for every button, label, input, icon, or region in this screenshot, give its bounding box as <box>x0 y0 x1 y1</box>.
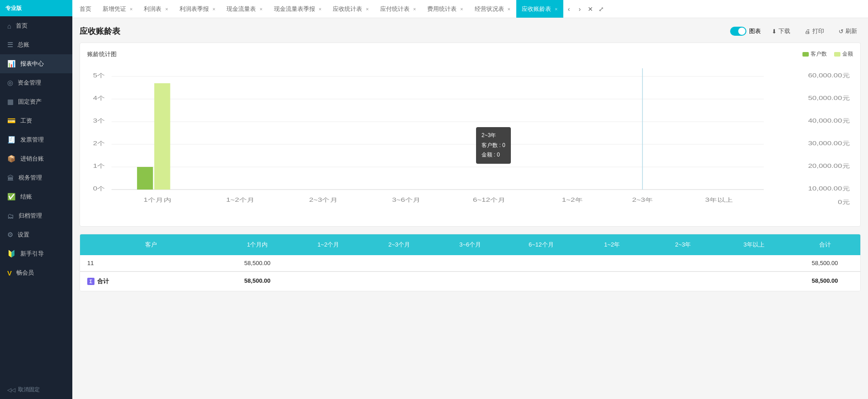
sidebar-item-reports[interactable]: 📊 报表中心 <box>0 54 72 73</box>
col-header-2-3y: 2~3年 <box>647 234 718 255</box>
sidebar-item-tax[interactable]: 🏛 税务管理 <box>0 168 72 187</box>
tab-ap-stats-label: 应付统计表 <box>380 5 410 13</box>
home-icon: ⌂ <box>7 22 11 30</box>
pin-icon: ◁◁ <box>7 387 15 393</box>
close-books-icon: ✅ <box>7 193 16 201</box>
tab-home[interactable]: 首页 <box>74 0 97 18</box>
tab-expand[interactable]: ⤢ <box>596 4 607 14</box>
print-icon: 🖨 <box>805 28 811 35</box>
tab-operations-close[interactable]: × <box>508 6 510 12</box>
sidebar-item-settings[interactable]: ⚙ 设置 <box>0 225 72 244</box>
download-label: 下载 <box>778 27 790 35</box>
footer-1m: 58,500.00 <box>222 272 293 291</box>
sidebar-item-vip[interactable]: V 畅会员 <box>0 263 72 282</box>
cell-2-3m-0 <box>364 255 435 271</box>
sidebar-item-invoice[interactable]: 🧾 发票管理 <box>0 130 72 149</box>
footer-label-text: 合计 <box>97 277 109 285</box>
tab-close-all[interactable]: ✕ <box>585 4 596 14</box>
tab-ap-stats[interactable]: 应付统计表 × <box>375 0 422 18</box>
footer-total: 58,500.00 <box>789 272 860 291</box>
toggle-track[interactable] <box>730 27 746 36</box>
sidebar-label-assets: 固定资产 <box>18 98 42 106</box>
stock-icon: 📦 <box>7 155 16 163</box>
tab-ar-stats[interactable]: 应收统计表 × <box>327 0 374 18</box>
tab-profit-label: 利润表 <box>144 5 161 13</box>
svg-text:1~2年: 1~2年 <box>562 197 583 203</box>
svg-text:40,000.00元: 40,000.00元 <box>808 118 850 124</box>
footer-2-3m <box>364 272 435 291</box>
sidebar-item-guide[interactable]: 🔰 新手引导 <box>0 244 72 263</box>
col-header-6-12m: 6~12个月 <box>505 234 576 255</box>
reports-icon: 📊 <box>7 60 16 68</box>
sidebar-item-ledger[interactable]: ☰ 总账 <box>0 35 72 54</box>
sidebar-label-close: 结账 <box>20 193 32 201</box>
svg-text:3~6个月: 3~6个月 <box>392 197 420 203</box>
cell-1-2y-0 <box>576 255 647 271</box>
ledger-icon: ☰ <box>7 41 13 49</box>
tab-ap-stats-close[interactable]: × <box>413 6 416 12</box>
sidebar-item-salary[interactable]: 💳 工资 <box>0 111 72 130</box>
tab-profit-quarter-label: 利润表季报 <box>179 5 209 13</box>
tab-operations[interactable]: 经营状况表 × <box>469 0 516 18</box>
svg-text:60,000.00元: 60,000.00元 <box>808 72 850 78</box>
col-header-2-3m: 2~3个月 <box>364 234 435 255</box>
chart-legend: 客户数 金额 <box>802 50 853 58</box>
svg-text:20,000.00元: 20,000.00元 <box>808 163 850 169</box>
page-actions: 图表 ⬇ 下载 🖨 打印 ↺ 刷新 <box>730 25 861 37</box>
col-header-total: 合计 <box>789 234 860 255</box>
sidebar-item-assets[interactable]: ▦ 固定资产 <box>0 92 72 111</box>
tab-profit-close[interactable]: × <box>165 6 168 12</box>
assets-icon: ▦ <box>7 98 14 106</box>
tab-profit-quarter[interactable]: 利润表季报 × <box>174 0 221 18</box>
tab-expense-stats-close[interactable]: × <box>460 6 463 12</box>
footer-1-2y <box>576 272 647 291</box>
svg-text:1~2个月: 1~2个月 <box>226 197 255 203</box>
tab-nav-prev[interactable]: ‹ <box>563 4 574 14</box>
refresh-button[interactable]: ↺ 刷新 <box>835 25 861 37</box>
col-header-customer: 客户 <box>80 234 222 255</box>
tab-cashflow[interactable]: 现金流量表 × <box>221 0 268 18</box>
sidebar-label-settings: 设置 <box>18 231 29 239</box>
tab-profit-quarter-close[interactable]: × <box>212 6 215 12</box>
sidebar-item-home[interactable]: ⌂ 首页 <box>0 16 72 35</box>
col-header-3-6m: 3~6个月 <box>435 234 506 255</box>
tab-operations-label: 经营状况表 <box>475 5 504 13</box>
chart-toggle[interactable]: 图表 <box>730 27 761 36</box>
tab-cashflow-quarter-close[interactable]: × <box>319 6 321 12</box>
bar-amount-0 <box>154 83 170 190</box>
tab-ar-stats-label: 应收统计表 <box>333 5 362 13</box>
tab-profit[interactable]: 利润表 × <box>138 0 174 18</box>
sidebar-item-archive[interactable]: 🗂 归档管理 <box>0 206 72 225</box>
sidebar: 专业版 ⌂ 首页 ☰ 总账 📊 报表中心 ◎ 资金管理 ▦ 固定资产 💳 工资 … <box>0 0 72 399</box>
sidebar-item-stock[interactable]: 📦 进销台账 <box>0 149 72 168</box>
refresh-icon: ↺ <box>839 28 844 35</box>
sidebar-label-salary: 工资 <box>20 117 32 125</box>
sidebar-label-guide: 新手引导 <box>20 250 44 258</box>
tab-cashflow-close[interactable]: × <box>259 6 262 12</box>
print-button[interactable]: 🖨 打印 <box>801 25 828 37</box>
tab-new-voucher-close[interactable]: × <box>130 6 132 12</box>
svg-text:2个: 2个 <box>93 140 105 146</box>
tab-ar-stats-close[interactable]: × <box>366 6 368 12</box>
download-button[interactable]: ⬇ 下载 <box>768 25 794 37</box>
cell-1-2m-0 <box>293 255 364 271</box>
tab-ar-aging[interactable]: 应收账龄表 × <box>516 0 563 18</box>
col-header-1-2m: 1~2个月 <box>293 234 364 255</box>
toggle-label: 图表 <box>749 27 761 35</box>
sidebar-item-funds[interactable]: ◎ 资金管理 <box>0 73 72 92</box>
invoice-icon: 🧾 <box>7 136 16 144</box>
sidebar-label-tax: 税务管理 <box>19 174 42 182</box>
tab-nav-next[interactable]: › <box>574 4 585 14</box>
footer-2-3y <box>647 272 718 291</box>
tab-expense-stats-label: 费用统计表 <box>427 5 457 13</box>
tab-ar-aging-close[interactable]: × <box>555 6 557 12</box>
tab-new-voucher[interactable]: 新增凭证 × <box>97 0 138 18</box>
page-title: 应收账龄表 <box>80 26 120 37</box>
tab-expense-stats[interactable]: 费用统计表 × <box>422 0 469 18</box>
svg-text:5个: 5个 <box>93 72 105 78</box>
legend-amount-label: 金额 <box>842 50 853 58</box>
sidebar-label-ledger: 总账 <box>18 41 29 49</box>
tab-cashflow-quarter[interactable]: 现金流量表季报 × <box>269 0 327 18</box>
sidebar-pin-toggle[interactable]: ◁◁ 取消固定 <box>0 380 72 399</box>
sidebar-item-close[interactable]: ✅ 结账 <box>0 187 72 206</box>
